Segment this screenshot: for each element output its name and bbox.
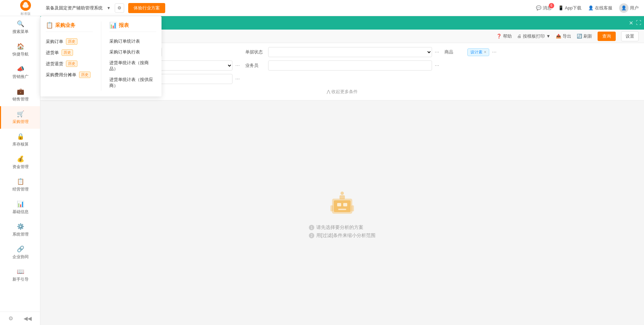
user-btn[interactable]: 👤 用户: [619, 3, 639, 13]
sidebar-item-guide[interactable]: 📖 新手引导: [0, 264, 40, 286]
header-right: 💬 消息 6 📱 App下载 👤 在线客服 👤 用户: [536, 3, 639, 13]
salesperson-more-btn[interactable]: ···: [435, 63, 439, 69]
empty-tip-1: 1 请先选择要分析的方案: [309, 225, 375, 231]
sidebar-settings-btn[interactable]: ⚙: [8, 315, 13, 322]
help-btn[interactable]: ❓ 帮助: [496, 33, 512, 39]
menu-item-purchase-order-exec[interactable]: 采购订单执行表: [109, 47, 156, 57]
salesperson-filter: 业务员 ···: [245, 60, 439, 71]
purchase-menu-icon: 📋: [46, 22, 53, 29]
sidebar-item-inventory[interactable]: 🔒 库存核算: [0, 129, 40, 151]
sidebar-item-operations[interactable]: 📋 经营管理: [0, 174, 40, 196]
sidebar-item-purchase[interactable]: 🛒 采购管理: [0, 106, 40, 129]
voucher-status-filter: 单据状态 ···: [245, 47, 439, 57]
history-tag-2: 历史: [62, 49, 73, 56]
sidebar-item-sales[interactable]: 💼 销售管理: [0, 84, 40, 106]
sidebar-item-label: 系统管理: [12, 232, 29, 237]
sidebar-item-quick-nav[interactable]: 🏠 快捷导航: [0, 39, 40, 61]
goods-filter: 商品 设计素 × ···: [444, 48, 639, 56]
sidebar-item-basic-info[interactable]: 📊 基础信息: [0, 196, 40, 219]
search-icon: 🔍: [17, 20, 24, 28]
sidebar-item-label: 企业协同: [12, 254, 29, 260]
sidebar-collapse-btn[interactable]: ◀◀: [24, 315, 32, 322]
menu-item-goods-stat-by-product[interactable]: 进货单统计表（按商品）: [109, 57, 156, 74]
logo-icon: [20, 0, 31, 11]
guide-icon: 📖: [17, 268, 24, 275]
marketing-icon: 📣: [17, 65, 24, 73]
voucher-status-select[interactable]: [268, 47, 432, 57]
sidebar-item-enterprise[interactable]: 🔗 企业协同: [0, 241, 40, 264]
query-btn[interactable]: 查询: [598, 32, 616, 41]
home-icon: 🏠: [17, 43, 24, 50]
svg-point-6: [341, 192, 344, 195]
voucher-status-label: 单据状态: [245, 49, 265, 55]
goods-tag-close[interactable]: ×: [484, 50, 486, 54]
menu-item-purchase-order[interactable]: 采购订单 历史: [46, 36, 93, 47]
sidebar-item-label: 搜索菜单: [12, 29, 29, 35]
settings-btn[interactable]: 设置: [621, 31, 639, 41]
sidebar-item-marketing[interactable]: 📣 营销推广: [0, 61, 40, 84]
report-menu-icon: 📊: [109, 22, 117, 29]
sidebar-item-system[interactable]: ⚙️ 系统管理: [0, 219, 40, 241]
sidebar-item-label: 资金管理: [12, 164, 29, 170]
menu-column-purchase-title: 📋 采购业务: [46, 22, 93, 32]
voucher-status-more-btn[interactable]: ···: [435, 49, 439, 55]
empty-illustration: [325, 187, 359, 220]
export-btn[interactable]: 📤 导出: [556, 33, 571, 39]
menu-item-goods-return[interactable]: 进货退货 历史: [46, 58, 93, 69]
history-tag-4: 历史: [79, 72, 91, 78]
message-icon: 💬: [536, 5, 541, 10]
help-icon: ❓: [496, 34, 502, 39]
sales-icon: 💼: [17, 88, 24, 95]
online-service-btn[interactable]: 👤 在线客服: [588, 5, 612, 11]
menu-item-goods-stat-by-supplier[interactable]: 进货单统计表（按供应商）: [109, 74, 156, 91]
svg-rect-2: [337, 203, 341, 206]
template-print-btn[interactable]: 🖨 按模板打印 ▼: [517, 33, 550, 39]
menu-separator: [101, 22, 101, 91]
purchase-dropdown-menu: 📋 采购业务 采购订单 历史 进货单 历史 进货退货 历史 采购费用分摊单 历史…: [40, 16, 162, 96]
finance-icon: 💰: [17, 155, 24, 163]
tab-fullscreen-btn[interactable]: ⛶: [636, 20, 641, 26]
empty-tips: 1 请先选择要分析的方案 2 用[过滤]条件来缩小分析范围: [309, 225, 375, 239]
collapse-btn[interactable]: ⋀ 收起更多条件: [327, 89, 358, 95]
menu-item-purchase-order-stat[interactable]: 采购订单统计表: [109, 36, 156, 47]
tab-close-all-btn[interactable]: ✕: [629, 20, 633, 26]
sidebar-item-label: 经营管理: [12, 187, 29, 192]
collapse-up-icon: ⋀: [327, 89, 332, 94]
salesperson-input[interactable]: [268, 60, 432, 71]
purchase-icon: 🛒: [17, 110, 24, 118]
sidebar-bottom: ⚙ ◀◀: [0, 312, 40, 325]
rank-more-btn[interactable]: ···: [235, 63, 240, 69]
svg-rect-4: [338, 209, 346, 210]
customer-more-btn[interactable]: ···: [235, 76, 240, 82]
message-btn[interactable]: 💬 消息 6: [536, 5, 551, 11]
salesperson-label: 业务员: [245, 63, 265, 69]
sidebar-item-search[interactable]: 🔍 搜索菜单: [0, 16, 40, 39]
export-icon: 📤: [556, 34, 561, 39]
sidebar-item-finance[interactable]: 💰 资金管理: [0, 151, 40, 174]
system-dropdown-btn[interactable]: ▼: [107, 6, 111, 10]
svg-rect-1: [334, 200, 351, 212]
sidebar-item-label: 营销推广: [12, 74, 29, 80]
menu-item-goods-receipt[interactable]: 进货单 历史: [46, 47, 93, 58]
tip-num-1: 1: [309, 225, 314, 230]
message-badge: 6: [549, 3, 554, 8]
tab-bar-right: ✕ ⛶: [629, 20, 641, 26]
header-settings-btn[interactable]: ⚙: [115, 3, 124, 13]
empty-state: 1 请先选择要分析的方案 2 用[过滤]条件来缩小分析范围: [309, 187, 375, 239]
menu-column-report: 📊 报表 采购订单统计表 采购订单执行表 进货单统计表（按商品） 进货单统计表（…: [109, 22, 156, 91]
empty-tip-2: 2 用[过滤]条件来缩小分析范围: [309, 233, 375, 239]
goods-label: 商品: [444, 49, 465, 55]
sidebar-item-label: 销售管理: [12, 96, 29, 102]
refresh-icon: 🔄: [577, 34, 582, 39]
top-header: 标准版 装备及固定资产辅助管理系统 ▼ ⚙ 体验行业方案 💬 消息 6 📱 Ap…: [0, 0, 644, 16]
operations-icon: 📋: [17, 178, 24, 185]
sidebar-item-label: 新手引导: [12, 277, 29, 282]
refresh-btn[interactable]: 🔄 刷新: [577, 33, 592, 39]
goods-more-btn[interactable]: ···: [492, 49, 496, 55]
print-dropdown-icon: ▼: [546, 34, 550, 39]
app-download-btn[interactable]: 📱 App下载: [558, 5, 581, 11]
industry-btn[interactable]: 体验行业方案: [128, 3, 165, 13]
sidebar-item-label: 快捷导航: [12, 51, 29, 57]
tip-num-2: 2: [309, 233, 314, 238]
menu-item-purchase-expense[interactable]: 采购费用分摊单 历史: [46, 69, 93, 80]
